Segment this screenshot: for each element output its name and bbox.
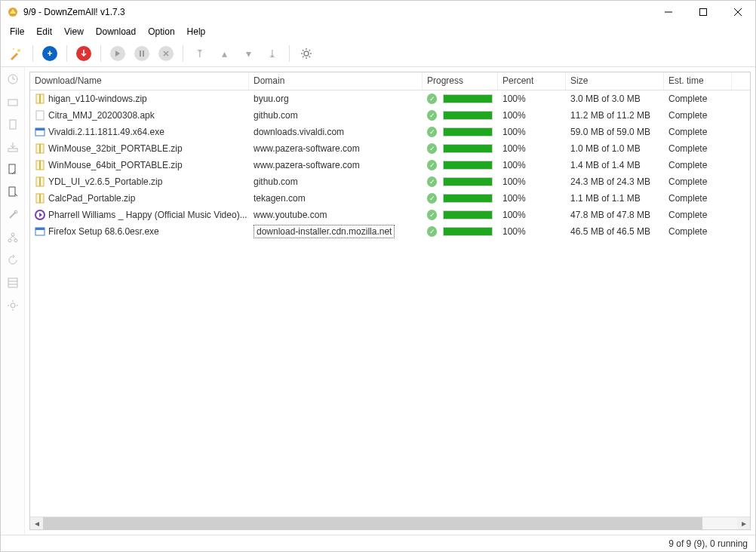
svg-line-16 xyxy=(303,50,304,51)
scroll-thumb[interactable] xyxy=(43,517,702,529)
sidebar-list-icon[interactable] xyxy=(5,275,20,290)
file-icon xyxy=(35,160,45,170)
cell-est: Complete xyxy=(668,176,707,187)
col-percent[interactable]: Percent xyxy=(498,72,566,90)
close-button[interactable] xyxy=(721,1,755,23)
table-row[interactable]: Citra_MMJ_20200308.apkgithub.com✓100%11.… xyxy=(30,107,750,124)
col-domain[interactable]: Domain xyxy=(249,72,423,90)
move-bottom-button[interactable]: ⤓ xyxy=(262,43,283,64)
sidebar-gear-icon[interactable] xyxy=(5,298,20,313)
table-header: Download/Name Domain Progress Percent Si… xyxy=(30,72,750,90)
table-row[interactable]: WinMouse_32bit_PORTABLE.zipwww.pazera-so… xyxy=(30,140,750,157)
toolbar: + ⤒ ▴ ▾ ⤓ xyxy=(1,40,755,67)
svg-rect-22 xyxy=(10,120,16,129)
play-button[interactable] xyxy=(107,43,128,64)
svg-point-27 xyxy=(11,233,14,236)
cell-domain: www.pazera-software.com xyxy=(254,143,360,154)
menubar: File Edit View Download Option Help xyxy=(1,23,755,40)
scroll-left-icon[interactable]: ◂ xyxy=(30,518,43,529)
move-up-button[interactable]: ▴ xyxy=(214,43,235,64)
menu-file[interactable]: File xyxy=(4,25,30,38)
move-top-button[interactable]: ⤒ xyxy=(189,43,211,64)
svg-rect-7 xyxy=(140,51,141,57)
sidebar-file-icon[interactable] xyxy=(5,117,20,132)
settings-button[interactable] xyxy=(296,43,317,64)
cell-est: Complete xyxy=(668,143,707,154)
table-row[interactable]: Vivaldi.2.11.1811.49.x64.exedownloads.vi… xyxy=(30,124,750,140)
horizontal-scrollbar[interactable]: ◂ ▸ xyxy=(30,517,750,529)
cell-domain: downloads.vivaldi.com xyxy=(254,127,344,137)
sidebar-graph-icon[interactable] xyxy=(5,230,20,245)
col-name[interactable]: Download/Name xyxy=(30,72,249,90)
sidebar-page-add-icon[interactable] xyxy=(5,162,20,177)
menu-option[interactable]: Option xyxy=(142,25,180,38)
cell-percent: 100% xyxy=(502,143,526,154)
app-icon xyxy=(7,6,19,18)
cell-est: Complete xyxy=(668,226,707,237)
file-icon xyxy=(35,127,45,137)
file-icon xyxy=(35,94,45,104)
svg-rect-8 xyxy=(143,51,144,57)
menu-edit[interactable]: Edit xyxy=(30,25,58,38)
cell-name: Citra_MMJ_20200308.apk xyxy=(48,110,155,121)
cell-percent: 100% xyxy=(502,210,526,220)
scroll-right-icon[interactable]: ▸ xyxy=(737,518,750,529)
download-button[interactable] xyxy=(73,43,94,64)
cell-percent: 100% xyxy=(502,127,526,137)
cell-domain: www.youtube.com xyxy=(254,210,327,220)
svg-line-18 xyxy=(303,56,304,57)
stop-button[interactable] xyxy=(155,43,177,64)
cell-name: Firefox Setup 68.6.0esr.exe xyxy=(48,226,159,237)
progress-bar xyxy=(443,111,493,120)
table-row[interactable]: Firefox Setup 68.6.0esr.exedownload-inst… xyxy=(30,223,750,240)
sidebar-inbox-icon[interactable] xyxy=(5,94,20,109)
cell-size: 1.4 MB of 1.4 MB xyxy=(570,160,641,170)
svg-rect-42 xyxy=(35,128,45,130)
check-icon: ✓ xyxy=(427,94,437,104)
table-row[interactable]: higan_v110-windows.zipbyuu.org✓100%3.0 M… xyxy=(30,90,750,107)
sidebar-page-link-icon[interactable] xyxy=(5,185,20,200)
toolbar-separator xyxy=(289,45,290,62)
move-down-button[interactable]: ▾ xyxy=(238,43,259,64)
file-icon xyxy=(35,210,45,220)
table-row[interactable]: Pharrell Williams _ Happy (Official Musi… xyxy=(30,207,750,223)
table-row[interactable]: WinMouse_64bit_PORTABLE.zipwww.pazera-so… xyxy=(30,157,750,173)
cell-name: WinMouse_32bit_PORTABLE.zip xyxy=(48,143,183,154)
minimize-button[interactable] xyxy=(651,1,686,23)
cell-size: 3.0 MB of 3.0 MB xyxy=(570,94,641,104)
downloads-table: Download/Name Domain Progress Percent Si… xyxy=(29,72,751,530)
progress-bar xyxy=(443,161,493,170)
svg-rect-40 xyxy=(36,111,44,120)
col-est[interactable]: Est. time xyxy=(664,72,732,90)
menu-help[interactable]: Help xyxy=(181,25,212,38)
table-row[interactable]: CalcPad_Portable.ziptekagen.com✓100%1.1 … xyxy=(30,190,750,207)
check-icon: ✓ xyxy=(427,176,437,187)
col-progress[interactable]: Progress xyxy=(423,72,498,90)
cell-size: 24.3 MB of 24.3 MB xyxy=(570,176,650,187)
cell-size: 1.0 MB of 1.0 MB xyxy=(570,143,641,154)
sidebar-refresh-icon[interactable] xyxy=(5,253,20,268)
sidebar-tool-icon[interactable] xyxy=(5,207,20,222)
menu-view[interactable]: View xyxy=(58,25,90,38)
svg-rect-23 xyxy=(8,149,17,152)
maximize-button[interactable] xyxy=(686,1,721,23)
svg-line-17 xyxy=(309,56,311,57)
add-button[interactable]: + xyxy=(39,43,60,64)
cell-size: 46.5 MB of 46.5 MB xyxy=(570,226,650,237)
col-size[interactable]: Size xyxy=(566,72,664,90)
svg-rect-2 xyxy=(700,9,707,16)
menu-download[interactable]: Download xyxy=(90,25,142,38)
check-icon: ✓ xyxy=(427,110,437,121)
pause-button[interactable] xyxy=(131,43,152,64)
cell-percent: 100% xyxy=(502,94,526,104)
sidebar-clock-icon[interactable] xyxy=(5,72,20,87)
table-row[interactable]: YDL_UI_v2.6.5_Portable.zipgithub.com✓100… xyxy=(30,173,750,190)
wizard-button[interactable] xyxy=(5,43,26,64)
toolbar-separator xyxy=(32,45,33,62)
progress-bar xyxy=(443,94,493,103)
cell-percent: 100% xyxy=(502,226,526,237)
status-text: 9 of 9 (9), 0 running xyxy=(668,538,748,549)
window-title: 9/9 - DownZemAll! v1.7.3 xyxy=(23,7,651,17)
sidebar-download-icon[interactable] xyxy=(5,140,20,155)
cell-est: Complete xyxy=(668,160,707,170)
